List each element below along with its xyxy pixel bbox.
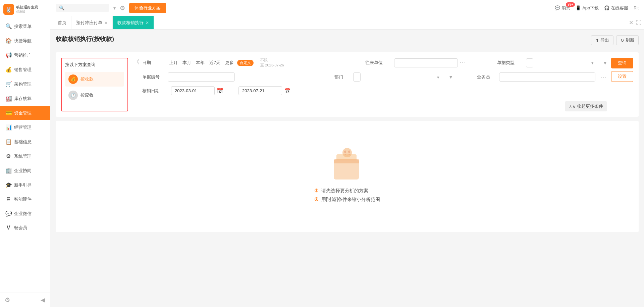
filter-fields: 日期 上月 本月 本年 近7天 更多 自定义 不限 至 2023-07-26 xyxy=(142,58,607,111)
date-no-limit: 不限 xyxy=(260,58,284,63)
user-name-label: Rit xyxy=(634,6,639,10)
voucher-type-more-icon[interactable]: ▾ xyxy=(604,60,607,66)
panel-collapse-button[interactable]: 《 xyxy=(133,58,140,66)
sidebar-item-operation[interactable]: 📊 经营管理 xyxy=(0,120,50,135)
sidebar-item-search-menu[interactable]: 🔍 搜索菜单 xyxy=(0,19,50,34)
refresh-button[interactable]: ↻ 刷新 xyxy=(616,35,639,45)
filter-date-buttons: 上月 本月 本年 近7天 更多 自定义 xyxy=(168,59,254,66)
tabbar: 首页 预付冲应付单 ✕ 收款核销执行 ✕ ✕ ⛶ xyxy=(50,16,644,30)
sidebar-item-sales[interactable]: 💰 销售管理 xyxy=(0,62,50,77)
department-dropdown-icon[interactable]: ▾ xyxy=(449,74,453,80)
operation-icon: 📊 xyxy=(5,124,11,131)
home-icon: 🏠 xyxy=(5,38,11,44)
sidebar-item-smart-hw[interactable]: 🖥 智能硬件 xyxy=(0,192,50,206)
sidebar-item-cooperation[interactable]: 🏢 企业协同 xyxy=(0,163,50,178)
tab-close-button[interactable]: ✕ xyxy=(629,19,633,26)
calendar-end-icon[interactable]: 📅 xyxy=(284,88,291,94)
sidebar-item-system[interactable]: ⚙ 系统管理 xyxy=(0,149,50,163)
voucher-no-input[interactable] xyxy=(168,72,235,82)
offset-date-start-input[interactable] xyxy=(171,86,215,95)
sidebar-item-beginner[interactable]: 🎓 新手引导 xyxy=(0,178,50,192)
date-custom-tag[interactable]: 自定义 xyxy=(237,60,254,66)
query-type-title: 按以下方案查询 xyxy=(65,62,124,68)
sidebar-item-inventory[interactable]: 🏭 库存核算 xyxy=(0,91,50,106)
sidebar-item-vip[interactable]: V 畅会员 xyxy=(0,221,50,235)
sidebar-item-purchase[interactable]: 🛒 采购管理 xyxy=(0,77,50,91)
offset-date-end-input[interactable] xyxy=(238,86,282,95)
page-title: 收款核销执行(按收款) xyxy=(56,35,114,43)
top-actions: ⬆ 导出 ↻ 刷新 xyxy=(591,35,639,45)
topbar-gear-icon[interactable]: ⚙ xyxy=(120,4,125,12)
date-btn-this-year[interactable]: 本年 xyxy=(195,59,206,66)
offset-date-start-group: 📅 xyxy=(171,86,223,95)
query-type-by-receivable[interactable]: 🕐 按应收 xyxy=(65,88,124,103)
sidebar-bottom: ⚙ ◀ xyxy=(0,293,50,307)
settings-button[interactable]: 设置 xyxy=(611,71,633,82)
counterparty-input[interactable] xyxy=(394,58,458,67)
empty-tip-2: ② 用[过滤]条件来缩小分析范围 xyxy=(314,197,380,203)
voucher-no-label: 单据编号 xyxy=(142,74,162,80)
tab-prepay-conflict[interactable]: 预付冲应付单 ✕ xyxy=(71,16,113,29)
query-type-receipt-label: 按收款 xyxy=(80,76,94,82)
export-button[interactable]: ⬆ 导出 xyxy=(591,35,613,45)
query-type-by-receipt[interactable]: 💰 按收款 xyxy=(65,72,124,87)
tab-home[interactable]: 首页 xyxy=(53,16,71,29)
query-type-receivable-label: 按应收 xyxy=(80,92,94,98)
logo-icon: 🐰 xyxy=(3,4,14,15)
offset-date-end-group: 📅 xyxy=(238,86,291,95)
voucher-type-select[interactable] xyxy=(526,58,533,67)
tab-receipt-offset[interactable]: 收款核销执行 ✕ xyxy=(113,16,154,29)
collapse-sidebar-icon[interactable]: ◀ xyxy=(41,296,45,304)
search-icon: 🔍 xyxy=(5,23,11,30)
department-select[interactable] xyxy=(353,72,361,82)
sidebar-item-basic-info[interactable]: 📋 基础信息 xyxy=(0,135,50,149)
beginner-icon: 🎓 xyxy=(5,182,11,188)
topbar-search[interactable]: 🔍 xyxy=(56,4,109,12)
date-btn-more[interactable]: 更多 xyxy=(224,59,235,66)
industry-solution-button[interactable]: 体验行业方案 xyxy=(129,3,166,13)
tab-receipt-label: 收款核销执行 xyxy=(117,20,144,26)
purchase-icon: 🛒 xyxy=(5,81,11,87)
salesperson-input[interactable] xyxy=(499,72,595,82)
tab-close-prepay-icon[interactable]: ✕ xyxy=(104,20,108,25)
online-service-button[interactable]: 🎧 在线客服 xyxy=(604,5,628,11)
sidebar-item-label: 营销推广 xyxy=(14,52,32,58)
app-download-button[interactable]: 📱 App下载 xyxy=(576,5,599,11)
date-btn-last-month[interactable]: 上月 xyxy=(168,59,179,66)
message-icon: 💬 xyxy=(555,5,560,10)
sidebar-item-marketing[interactable]: 📢 营销推广 xyxy=(0,48,50,62)
sidebar-item-label: 经营管理 xyxy=(14,124,32,131)
message-button[interactable]: 💬 消息 99+ xyxy=(555,5,570,11)
topbar: 🔍 ▾ ⚙ 体验行业方案 💬 消息 99+ 📱 App下载 🎧 在线客服 Rit xyxy=(50,0,644,16)
chevron-up-icon: ∧∧ xyxy=(569,104,576,109)
tab-fullscreen-button[interactable]: ⛶ xyxy=(636,20,641,26)
filter-panel: 按以下方案查询 💰 按收款 🕐 按应收 《 日期 xyxy=(56,52,639,117)
vip-icon: V xyxy=(5,225,11,231)
sidebar-item-finance[interactable]: 💳 资金管理 xyxy=(0,106,50,120)
tab-close-receipt-icon[interactable]: ✕ xyxy=(146,20,149,25)
wechat-icon: 💬 xyxy=(5,210,11,217)
date-btn-7days[interactable]: 近7天 xyxy=(208,59,222,66)
sidebar-item-label: 基础信息 xyxy=(14,139,32,145)
collapse-more-conditions-button[interactable]: ∧∧ 收起更多条件 xyxy=(565,101,607,111)
filter-row-2: 单据编号 部门 ▾ 业务员 ··· xyxy=(142,72,607,82)
logo-text: 畅捷通好生意 xyxy=(16,5,38,9)
sidebar-item-label: 采购管理 xyxy=(14,81,32,87)
svg-point-4 xyxy=(344,151,346,153)
sidebar-item-quick-nav[interactable]: 🏠 快捷导航 xyxy=(0,34,50,48)
query-type-panel: 按以下方案查询 💰 按收款 🕐 按应收 xyxy=(61,58,128,111)
sidebar-item-label: 系统管理 xyxy=(14,153,32,159)
sidebar-item-label: 资金管理 xyxy=(14,110,32,116)
dropdown-arrow-icon[interactable]: ▾ xyxy=(113,5,116,11)
empty-illustration xyxy=(327,148,367,181)
sidebar-item-wx[interactable]: 💬 企业微信 xyxy=(0,206,50,221)
basic-info-icon: 📋 xyxy=(5,139,11,145)
headset-icon: 🎧 xyxy=(604,5,609,10)
salesperson-more-icon[interactable]: ··· xyxy=(601,74,607,80)
query-button[interactable]: 查询 xyxy=(611,58,633,68)
calendar-start-icon[interactable]: 📅 xyxy=(217,88,223,94)
settings-gear-icon[interactable]: ⚙ xyxy=(5,296,10,304)
date-btn-this-month[interactable]: 本月 xyxy=(181,59,193,66)
counterparty-more-icon[interactable]: ··· xyxy=(460,60,466,66)
smart-hw-icon: 🖥 xyxy=(5,196,11,202)
